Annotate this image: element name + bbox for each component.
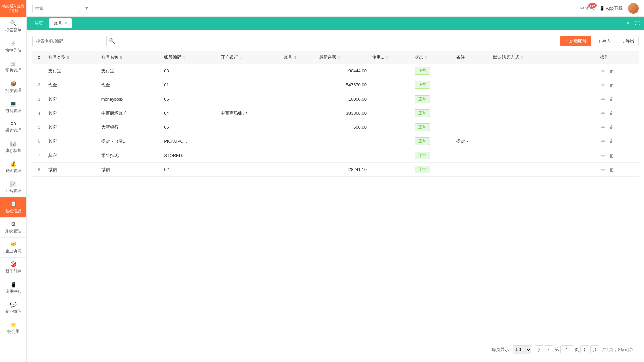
tab-account-close[interactable]: ✕	[64, 21, 67, 26]
row-type: 支付宝	[46, 64, 99, 78]
edit-button[interactable]: ✏	[600, 138, 607, 145]
col-type[interactable]: 账号类型⇅	[46, 51, 99, 64]
edit-button[interactable]: ✏	[600, 124, 607, 131]
row-num: 5	[32, 120, 46, 134]
tab-home-label: 首页	[34, 20, 43, 26]
app-download-button[interactable]: 📱 App下载	[599, 5, 623, 11]
table-row: 7 其它 零售抵现 STORED... 正常 ✏ 🗑	[32, 148, 639, 163]
col-actions: 操作	[597, 51, 639, 64]
prev-page-button[interactable]: ⟨	[545, 345, 553, 354]
sidebar-item-basic[interactable]: 📋 基础信息	[0, 197, 26, 218]
message-button[interactable]: ✉ 消息 99+	[580, 5, 594, 11]
col-bank[interactable]: 开户银行⇅	[218, 51, 281, 64]
edit-button[interactable]: ✏	[600, 82, 607, 88]
nav-dropdown-button[interactable]: ▼	[83, 4, 91, 12]
row-code: 04	[161, 106, 218, 120]
delete-button[interactable]: 🗑	[608, 152, 615, 159]
row-balance: 383866.00	[316, 106, 369, 120]
avatar[interactable]	[628, 3, 639, 14]
sidebar-item-wechat[interactable]: 💬 企业微信	[0, 298, 26, 318]
sidebar-item-capital[interactable]: 💰 资金管理	[0, 157, 26, 177]
sidebar-item-retail[interactable]: 🛒 零售管理	[0, 57, 26, 77]
toolbar: 🔍 + 新增账号 ↑ 导入 ↓ 导出	[32, 36, 639, 46]
delete-button[interactable]: 🗑	[608, 96, 615, 103]
delete-button[interactable]: 🗑	[608, 166, 615, 173]
row-account	[281, 163, 317, 177]
col-code[interactable]: 账号编码⇅	[161, 51, 218, 64]
quick-icon: ⚡	[10, 40, 17, 47]
tab-close-button[interactable]: ✕	[624, 19, 632, 27]
table-row: 2 现金 现金 01 547670.00 正常 ✏ 🗑	[32, 78, 639, 92]
sidebar-item-appcenter[interactable]: 📱 应用中心	[0, 278, 26, 298]
tab-expand-button[interactable]: ⛶	[633, 19, 641, 27]
sidebar-item-guide[interactable]: 🎯 新手引导	[0, 258, 26, 278]
col-account[interactable]: 账号⇅	[281, 51, 317, 64]
delete-button[interactable]: 🗑	[608, 110, 615, 117]
sort-account-icon: ⇅	[293, 56, 296, 59]
sidebar-item-business[interactable]: 📈 经营管理	[0, 177, 26, 197]
sidebar-item-member[interactable]: ⭐ 畅会员	[0, 318, 26, 338]
add-account-button[interactable]: + 新增账号	[560, 36, 591, 46]
row-notes	[453, 120, 490, 134]
top-search-input[interactable]	[32, 4, 79, 13]
col-name[interactable]: 账号名称⇅	[99, 51, 162, 64]
edit-button[interactable]: ✏	[600, 68, 607, 74]
row-status: 正常	[412, 78, 453, 92]
add-icon: +	[565, 39, 568, 44]
tab-home[interactable]: 首页	[30, 18, 48, 28]
main-area: ▼ ✉ 消息 99+ 📱 App下载 首页 账号 ✕ ✕ ⛶	[27, 0, 644, 362]
status-badge: 正常	[415, 123, 430, 131]
col-payment[interactable]: 默认结算方式⇅	[490, 51, 597, 64]
guide-icon: 🎯	[10, 261, 17, 267]
page-input[interactable]	[560, 345, 573, 354]
export-button[interactable]: ↓ 导出	[618, 36, 639, 46]
sidebar-item-system[interactable]: ⚙ 系统管理	[0, 218, 26, 238]
last-page-button[interactable]: ⟩⟩	[590, 345, 599, 354]
row-type: 其它	[46, 106, 99, 120]
row-status: 正常	[412, 64, 453, 78]
first-page-button[interactable]: ⟨⟨	[535, 345, 543, 354]
sidebar-item-wholesale[interactable]: 📦 批发管理	[0, 77, 26, 97]
row-usage	[369, 134, 412, 148]
row-bank	[218, 78, 281, 92]
accounts-table: ⚙ 账号类型⇅ 账号名称⇅ 账号编码⇅ 开户银行⇅	[32, 51, 639, 177]
row-account	[281, 134, 317, 148]
search-button[interactable]: 🔍	[106, 36, 118, 46]
sidebar-item-search[interactable]: 🔍 搜索菜单	[0, 17, 26, 37]
row-actions: ✏ 🗑	[597, 163, 639, 177]
sidebar-item-ecommerce[interactable]: 💻 电商管理	[0, 97, 26, 117]
row-notes: 提货卡	[453, 134, 490, 148]
purchase-icon: 🛍	[11, 121, 16, 127]
edit-button[interactable]: ✏	[600, 110, 607, 117]
row-status: 正常	[412, 120, 453, 134]
row-status: 正常	[412, 163, 453, 177]
sidebar-item-stock[interactable]: 📊 库存核算	[0, 137, 26, 157]
sort-name-icon: ⇅	[120, 56, 122, 59]
col-notes[interactable]: 备注⇅	[453, 51, 490, 64]
next-page-button[interactable]: ⟩	[580, 345, 589, 354]
row-actions: ✏ 🗑	[597, 92, 639, 106]
edit-button[interactable]: ✏	[600, 152, 607, 159]
import-button[interactable]: ↑ 导入	[594, 36, 615, 46]
search-input[interactable]	[33, 39, 106, 44]
tab-account-label: 账号	[54, 20, 62, 26]
col-usage[interactable]: 使用...⇅	[369, 51, 412, 64]
col-settings[interactable]: ⚙	[32, 51, 46, 64]
content-area: 🔍 + 新增账号 ↑ 导入 ↓ 导出	[27, 30, 644, 362]
delete-button[interactable]: 🗑	[608, 68, 615, 74]
edit-button[interactable]: ✏	[600, 96, 607, 103]
delete-button[interactable]: 🗑	[608, 138, 615, 145]
tab-account[interactable]: 账号 ✕	[49, 18, 72, 28]
per-page-select[interactable]: 50 100 200	[513, 345, 531, 354]
sidebar: 畅捷通财生意乐意版 🔍 搜索菜单 ⚡ 快捷导航 🛒 零售管理 📦 批发管理 💻 …	[0, 0, 27, 362]
row-bank	[218, 163, 281, 177]
sidebar-item-quick[interactable]: ⚡ 快捷导航	[0, 37, 26, 57]
edit-button[interactable]: ✏	[600, 166, 607, 173]
delete-button[interactable]: 🗑	[608, 124, 615, 131]
sidebar-item-agreement[interactable]: 🤝 企业协同	[0, 238, 26, 258]
delete-button[interactable]: 🗑	[608, 82, 615, 88]
sidebar-item-purchase[interactable]: 🛍 采购管理	[0, 117, 26, 137]
row-bank	[218, 148, 281, 163]
col-status[interactable]: 状态⇅	[412, 51, 453, 64]
col-balance[interactable]: 最新余额⇅	[316, 51, 369, 64]
